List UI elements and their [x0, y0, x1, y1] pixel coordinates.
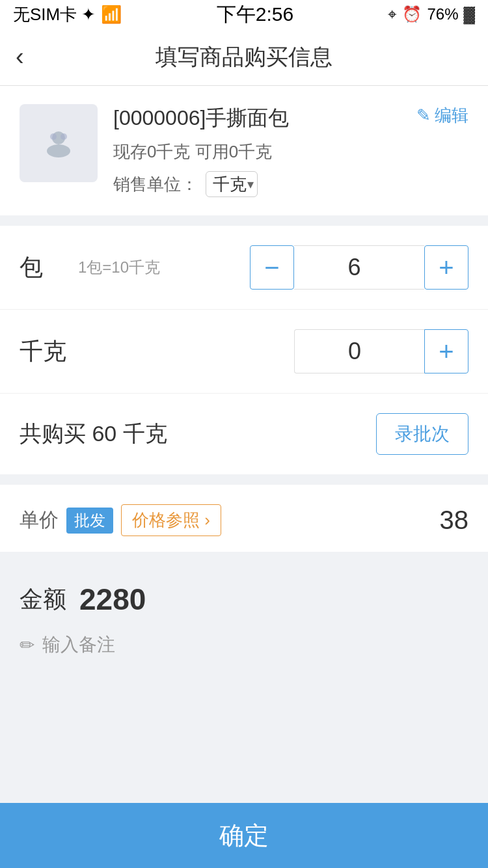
kilogram-increment-button[interactable]: + [424, 329, 468, 373]
note-label: 输入备注 [42, 632, 115, 657]
page-title: 填写商品购买信息 [156, 42, 332, 72]
product-image [20, 104, 98, 182]
note-icon: ✏ [20, 634, 34, 656]
package-controls: − + [250, 245, 468, 290]
amount-value: 2280 [79, 582, 146, 617]
status-left: 无SIM卡 ✦ 📶 [13, 3, 122, 26]
batch-button[interactable]: 录批次 [376, 413, 468, 455]
edit-icon: ✎ [416, 105, 431, 126]
package-qty-row: 包 1包=10千克 − + [0, 226, 488, 310]
package-increment-button[interactable]: + [424, 245, 468, 290]
total-label: 共购买 60 千克 [20, 419, 167, 449]
location-icon: ⌖ [388, 5, 397, 23]
nav-bar: ‹ 填写商品购买信息 [0, 29, 488, 86]
edit-label: 编辑 [435, 104, 468, 127]
edit-button[interactable]: ✎ 编辑 [416, 104, 468, 127]
package-qty-input[interactable] [294, 245, 424, 290]
product-stock: 现存0千克 可用0千克 [113, 141, 468, 163]
package-sublabel: 1包=10千克 [78, 257, 250, 278]
svg-point-2 [50, 133, 57, 140]
price-label-group: 单价 批发 价格参照 › [20, 504, 221, 536]
status-time: 下午2:56 [217, 1, 293, 28]
unit-label: 销售单位： [113, 173, 198, 196]
amount-label: 金额 [20, 584, 66, 616]
note-row[interactable]: ✏ 输入备注 [20, 632, 468, 657]
kilogram-label: 千克 [20, 336, 72, 368]
package-decrement-button[interactable]: − [250, 245, 294, 290]
price-tag: 批发 [66, 508, 113, 534]
confirm-button[interactable]: 确定 [0, 803, 488, 868]
back-button[interactable]: ‹ [16, 43, 24, 71]
price-ref-button[interactable]: 价格参照 › [121, 504, 221, 536]
battery-text: 76% [427, 5, 458, 23]
status-right: ⌖ ⏰ 76% ▓ [388, 5, 475, 23]
wifi-icon: 📶 [101, 5, 122, 25]
price-value: 38 [440, 506, 469, 535]
battery-icon: ▓ [463, 5, 475, 23]
price-row: 单价 批发 价格参照 › 38 [20, 504, 468, 536]
product-image-icon [39, 124, 78, 163]
amount-section: 金额 2280 ✏ 输入备注 [0, 562, 488, 737]
kilogram-qty-input[interactable] [294, 329, 424, 373]
svg-point-3 [61, 133, 67, 140]
product-info: [0000006]手撕面包 现存0千克 可用0千克 销售单位： 千克 [113, 104, 468, 197]
price-label: 单价 [20, 507, 59, 534]
unit-select[interactable]: 千克 [206, 171, 258, 197]
spacer [0, 737, 488, 803]
status-bar: 无SIM卡 ✦ 📶 下午2:56 ⌖ ⏰ 76% ▓ [0, 0, 488, 29]
product-unit-row: 销售单位： 千克 [113, 171, 468, 197]
sim-status: 无SIM卡 ✦ [13, 3, 96, 26]
unit-select-wrap[interactable]: 千克 [206, 171, 258, 197]
total-row: 共购买 60 千克 录批次 [0, 394, 488, 474]
kilogram-controls: + [294, 329, 468, 373]
price-section: 单价 批发 价格参照 › 38 [0, 485, 488, 552]
svg-point-1 [47, 144, 70, 157]
kilogram-qty-row: 千克 + [0, 310, 488, 394]
product-card: [0000006]手撕面包 现存0千克 可用0千克 销售单位： 千克 ✎ 编辑 [0, 86, 488, 215]
package-label: 包 [20, 252, 72, 284]
amount-row: 金额 2280 [20, 582, 468, 617]
product-name: [0000006]手撕面包 [113, 104, 468, 133]
package-section: 包 1包=10千克 − + 千克 + 共购买 60 千克 录批次 [0, 226, 488, 474]
alarm-icon: ⏰ [402, 5, 422, 23]
